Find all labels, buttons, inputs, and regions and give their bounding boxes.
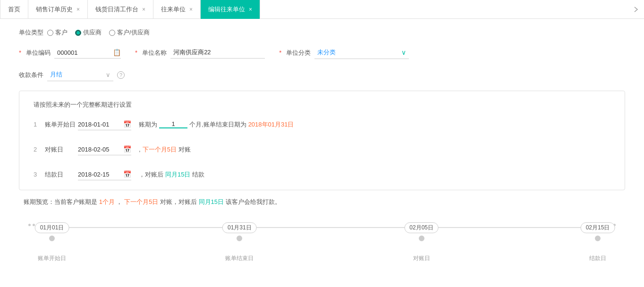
- timeline-nodes: 01月01日 账单开始日 01月31日 账单结束日 02月05日 对账日: [38, 222, 606, 262]
- calendar-icon-1[interactable]: 📅: [123, 120, 131, 128]
- unit-category-required: *: [279, 49, 281, 56]
- unit-category-chevron-down-icon: ∨: [401, 49, 406, 56]
- node-badge-2: 01月31日: [222, 222, 257, 233]
- unit-info-row: * 单位编码 📋 * 单位名称 * 单位分类 未分类 ∨: [19, 46, 625, 59]
- unit-category-select[interactable]: 未分类 ∨: [314, 46, 409, 59]
- node-label-2: 账单结束日: [225, 254, 254, 262]
- months-input[interactable]: [159, 120, 187, 128]
- preview-payment-date: 同月15日: [199, 198, 224, 205]
- radio-customer[interactable]: 客户: [47, 28, 68, 37]
- payment-condition-select[interactable]: 月结 ∨: [47, 68, 113, 81]
- node-label-1: 账单开始日: [38, 254, 66, 262]
- node-circle-3: [419, 236, 424, 241]
- period-num-2: 2: [34, 146, 45, 153]
- reconcile-date-highlight: 下一个月5日: [143, 145, 177, 154]
- unit-code-required: *: [19, 49, 21, 56]
- period-date-input-3: 📅: [78, 169, 131, 180]
- node-label-4: 结款日: [589, 254, 606, 262]
- tab-close-partner-unit[interactable]: ×: [189, 6, 193, 13]
- unit-type-row: 单位类型 客户 供应商 客户/供应商: [19, 28, 625, 37]
- tab-sales-order-history[interactable]: 销售订单历史 ×: [28, 0, 88, 19]
- tab-partner-unit[interactable]: 往来单位 ×: [153, 0, 201, 19]
- timeline-node-2: 01月31日 账单结束日: [225, 222, 254, 262]
- unit-code-label: 单位编码: [26, 49, 51, 57]
- period-label-1: 账单开始日: [45, 120, 78, 129]
- end-date-highlight: 2018年01月31日: [248, 120, 294, 129]
- node-circle-1: [49, 236, 55, 241]
- period-num-1: 1: [34, 121, 45, 128]
- unit-code-input-wrapper: 📋: [54, 47, 121, 59]
- preview-months: 1个月: [99, 198, 115, 205]
- calendar-icon-3[interactable]: 📅: [123, 170, 131, 178]
- main-content: 单位类型 客户 供应商 客户/供应商 * 单位编码: [0, 19, 644, 287]
- period-date-field-2[interactable]: [78, 146, 120, 153]
- tab-close-cashflow-workbench[interactable]: ×: [142, 6, 145, 13]
- period-row-1: 1 账单开始日 📅 账期为 个月,账单结束日期为 2018年01月31日: [34, 118, 610, 130]
- radio-customer-supplier[interactable]: 客户/供应商: [109, 28, 150, 37]
- unit-code-input[interactable]: [54, 47, 111, 58]
- period-suffix-3: ，对账后 同月15日 结款: [139, 170, 204, 179]
- period-row-2: 2 对账日 📅 , 下一个月5日 对账: [34, 144, 610, 155]
- radio-customer-input[interactable]: [47, 30, 53, 36]
- node-badge-4: 02月15日: [581, 222, 615, 233]
- unit-code-field: * 单位编码 📋: [19, 47, 121, 59]
- unit-name-field: * 单位名称: [135, 47, 265, 59]
- node-badge-1: 01月01日: [35, 222, 69, 233]
- node-label-3: 对账日: [413, 254, 430, 262]
- unit-name-label: 单位名称: [142, 49, 167, 57]
- period-date-field-3[interactable]: [78, 171, 120, 178]
- node-circle-4: [595, 236, 601, 241]
- period-date-field-1[interactable]: [78, 121, 120, 128]
- payment-date-highlight: 同月15日: [165, 170, 190, 179]
- tab-home[interactable]: 首页: [0, 0, 28, 19]
- period-row-3: 3 结款日 📅 ，对账后 同月15日 结款: [34, 169, 610, 180]
- radio-supplier-input[interactable]: [75, 30, 81, 36]
- calendar-icon-2[interactable]: 📅: [123, 145, 131, 153]
- unit-type-radio-group: 客户 供应商 客户/供应商: [47, 28, 150, 37]
- tabs-bar: 首页 销售订单历史 × 钱货日清工作台 × 往来单位 × 编辑往来单位 ×: [0, 0, 644, 19]
- unit-category-label: 单位分类: [286, 49, 311, 57]
- payment-condition-row: 收款条件 月结 ∨ ?: [19, 68, 625, 81]
- node-circle-2: [237, 236, 242, 241]
- period-num-3: 3: [34, 171, 45, 178]
- tab-cashflow-workbench[interactable]: 钱货日清工作台 ×: [88, 0, 153, 19]
- timeline-dot-left-1: [28, 224, 31, 226]
- preview-reconcile-date: 下一个月5日: [124, 198, 158, 205]
- timeline-container: 01月01日 账单开始日 01月31日 账单结束日 02月05日 对账日: [19, 218, 625, 281]
- help-icon[interactable]: ?: [117, 71, 125, 79]
- tab-close-sales-order-history[interactable]: ×: [76, 6, 80, 13]
- period-settings-title: 请按照未来的一个完整帐期进行设置: [34, 101, 610, 109]
- radio-supplier[interactable]: 供应商: [75, 28, 102, 37]
- unit-name-required: *: [135, 49, 137, 56]
- period-date-input-2: 📅: [78, 144, 131, 155]
- unit-type-label: 单位类型: [19, 28, 43, 37]
- chevron-right-icon: [633, 6, 639, 13]
- unit-name-input[interactable]: [170, 47, 265, 59]
- copy-icon[interactable]: 📋: [113, 49, 121, 56]
- period-settings-box: 请按照未来的一个完整帐期进行设置 1 账单开始日 📅 账期为 个月,账单结束日期…: [19, 91, 625, 190]
- tab-close-edit-partner-unit[interactable]: ×: [249, 6, 252, 13]
- timeline-node-1: 01月01日 账单开始日: [38, 222, 66, 262]
- period-suffix-1: 账期为 个月,账单结束日期为 2018年01月31日: [139, 120, 294, 129]
- preview-text: 账期预览：当前客户账期是 1个月 ， 下一个月5日 对账，对账后 同月15日 该…: [19, 198, 625, 206]
- unit-category-field: * 单位分类 未分类 ∨: [279, 46, 409, 59]
- payment-condition-label: 收款条件: [19, 71, 43, 79]
- period-label-2: 对账日: [45, 145, 78, 154]
- period-date-input-1: 📅: [78, 118, 131, 130]
- period-label-3: 结款日: [45, 170, 78, 179]
- payment-condition-chevron-down-icon: ∨: [106, 71, 110, 78]
- payment-condition-field: 收款条件 月结 ∨ ?: [19, 68, 125, 81]
- tab-more-button[interactable]: [628, 0, 644, 19]
- timeline-node-4: 02月15日 结款日: [589, 222, 606, 262]
- radio-customer-supplier-input[interactable]: [109, 30, 115, 36]
- timeline-node-3: 02月05日 对账日: [413, 222, 430, 262]
- period-suffix-2: , 下一个月5日 对账: [139, 145, 191, 154]
- unit-type-field: 单位类型 客户 供应商 客户/供应商: [19, 28, 150, 37]
- tab-edit-partner-unit[interactable]: 编辑往来单位 ×: [201, 0, 260, 19]
- node-badge-3: 02月05日: [404, 222, 439, 233]
